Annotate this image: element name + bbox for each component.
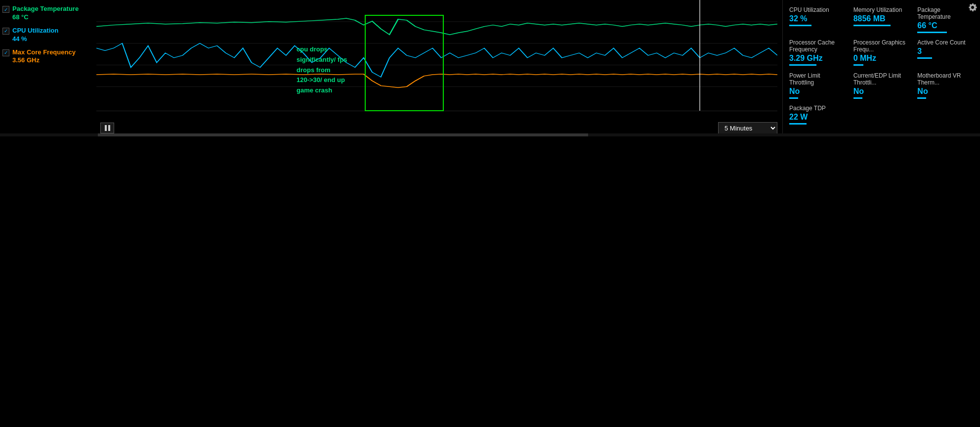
annotation-text: cpu drops significantly/ fps drops from … [297,44,347,96]
stat-package-tdp: Package TDP 22 W [785,102,850,128]
scrollbar-thumb [98,133,588,136]
legend-text-cpu-util: CPU Utilization 44 % [12,27,58,43]
stat-label-cpu-util: CPU Utilization [789,6,846,13]
pause-bar-left [105,125,107,131]
legend-title-max-core-freq: Max Core Frequency [12,48,76,57]
legend-text-max-core-freq: Max Core Frequency 3.56 GHz [12,48,76,65]
stat-value-gpu-freq: 0 MHz [853,54,910,63]
stat-label-gpu-freq: Processor Graphics Frequ... [853,39,910,53]
stats-panel: CPU Utilization 32 % Memory Utilization … [782,0,980,133]
pause-icon [105,125,110,131]
annotation-line-3: drops from [297,65,347,76]
legend-item-package-temp[interactable]: Package Temperature 68 °C [2,5,96,22]
stat-value-edp-limit: No [853,87,910,96]
stat-value-mem-util: 8856 MB [853,14,910,23]
stat-label-active-cores: Active Core Count [917,39,974,46]
main-app-container: Package Temperature 68 °C CPU Utilizatio… [0,0,980,138]
chart-area[interactable]: cpu drops significantly/ fps drops from … [96,0,777,111]
annotation-line-1: cpu drops [297,44,347,55]
stat-value-active-cores: 3 [917,47,974,56]
stat-value-pkg-temp: 66 °C [917,21,974,30]
stat-value-package-tdp: 22 W [789,113,846,122]
legend-value-cpu-util: 44 % [12,35,58,43]
stat-bar-active-cores [917,57,932,59]
stat-value-power-limit: No [789,87,846,96]
legend-panel: Package Temperature 68 °C CPU Utilizatio… [2,5,96,70]
stat-label-package-tdp: Package TDP [789,105,846,112]
legend-text-package-temp: Package Temperature 68 °C [12,5,79,22]
legend-title-cpu-util: CPU Utilization [12,27,58,35]
legend-item-max-core-freq[interactable]: Max Core Frequency 3.56 GHz [2,48,96,65]
stat-bar-edp-limit [853,97,862,99]
stat-mb-vr-therm: Motherboard VR Therm... No [913,70,978,102]
stat-memory-utilization: Memory Utilization 8856 MB [850,4,914,37]
stat-bar-gpu-freq [853,64,863,66]
checkbox-cpu-util[interactable] [2,28,9,35]
stat-label-mb-vr-therm: Motherboard VR Therm... [917,72,974,86]
stat-label-mem-util: Memory Utilization [853,6,910,13]
settings-icon[interactable] [968,3,977,13]
annotation-line-4: 120->30/ end up [297,75,347,85]
time-range-select[interactable]: 5 Minutes 10 Minutes 30 Minutes 1 Hour [718,122,777,134]
stat-bar-mb-vr-therm [917,97,926,99]
stat-power-limit: Power Limit Throttling No [785,70,850,102]
legend-item-cpu-util[interactable]: CPU Utilization 44 % [2,27,96,43]
stat-value-cache-freq: 3.29 GHz [789,54,846,63]
stat-label-pkg-temp: Package Temperature [917,6,974,20]
stat-label-power-limit: Power Limit Throttling [789,72,846,86]
stat-bar-power-limit [789,97,798,99]
stat-label-cache-freq: Processor Cache Frequency [789,39,846,53]
stat-bar-cache-freq [789,64,816,66]
stat-label-edp-limit: Current/EDP Limit Throttli... [853,72,910,86]
chart-svg [96,0,777,111]
pause-button[interactable] [100,123,114,133]
stat-active-cores: Active Core Count 3 [913,37,978,69]
stat-bar-cpu-util [789,25,811,26]
legend-title-package-temp: Package Temperature [12,5,79,13]
stat-bar-package-tdp [789,123,807,125]
stat-cache-freq: Processor Cache Frequency 3.29 GHz [785,37,850,69]
stat-bar-mem-util [853,25,891,26]
stat-cpu-utilization: CPU Utilization 32 % [785,4,850,37]
pause-bar-right [108,125,110,131]
checkbox-package-temp[interactable] [2,6,9,13]
annotation-line-2: significantly/ fps [297,55,347,65]
checkbox-max-core-freq[interactable] [2,49,9,56]
stat-value-cpu-util: 32 % [789,14,846,23]
legend-value-max-core-freq: 3.56 GHz [12,56,76,65]
stat-edp-limit: Current/EDP Limit Throttli... No [850,70,914,102]
stat-gpu-freq: Processor Graphics Frequ... 0 MHz [850,37,914,69]
legend-value-package-temp: 68 °C [12,13,79,22]
stat-value-mb-vr-therm: No [917,87,974,96]
annotation-line-5: game crash [297,85,347,96]
scrollbar[interactable] [0,133,980,136]
stat-bar-pkg-temp [917,32,947,33]
